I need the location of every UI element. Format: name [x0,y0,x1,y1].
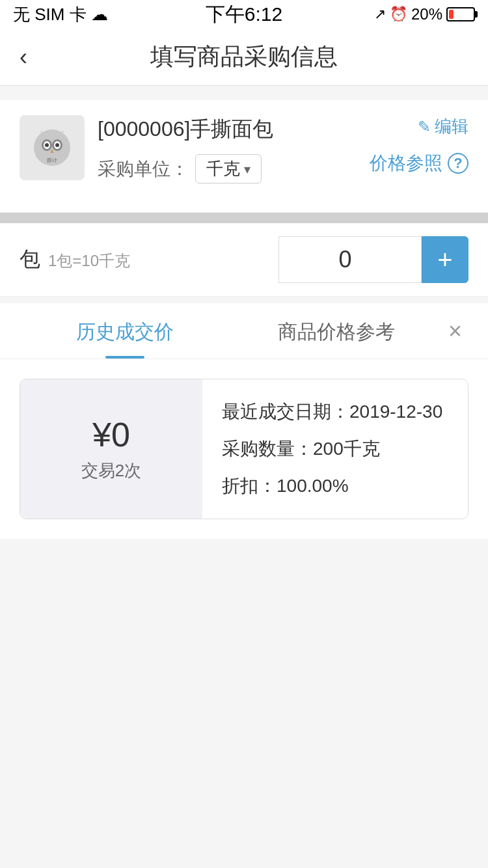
tab-close-button[interactable]: × [442,311,468,351]
status-right: ↗ ⏰ 20% [374,5,475,23]
unit-selector[interactable]: 千克 ▾ [195,154,262,183]
quantity-section: 包 1包=10千克 + [0,223,488,297]
product-name: [0000006]手撕面包 [98,115,273,144]
edit-label: 编辑 [435,115,468,138]
back-button[interactable]: ‹ [20,37,40,77]
battery-icon [446,7,475,21]
edit-icon: ✎ [418,118,431,136]
quantity-left: 包 1包=10千克 [20,245,130,274]
recent-date-label: 最近成交日期： [222,401,349,422]
trade-count: 交易2次 [81,459,141,482]
dropdown-arrow-icon: ▾ [244,161,251,177]
product-left: 群计 [0000006]手撕面包 采购单位： 千克 ▾ [20,115,273,183]
product-header: 群计 [0000006]手撕面包 采购单位： 千克 ▾ ✎ [20,115,468,183]
gray-divider [0,213,488,223]
tabs-panel: 历史成交价 商品价格参考 × ¥0 交易2次 最近成交日期：2019-12-30… [0,303,488,539]
discount-value: 100.00% [277,476,349,496]
svg-point-5 [45,143,49,147]
quantity-input[interactable] [278,236,422,283]
card-right: 最近成交日期：2019-12-30 采购数量：200千克 折扣：100.00% [202,379,468,519]
signal-text: 无 SIM 卡 ☁ [13,3,108,26]
unit-label-big: 包 [20,245,40,274]
price-ref-button[interactable]: 价格参照 [370,151,442,176]
price-display: ¥0 [92,415,130,454]
purchase-qty-value: 200千克 [313,439,380,459]
price-ref-row: 价格参照 ? [370,151,468,176]
edit-button[interactable]: ✎ 编辑 [418,115,468,138]
help-icon[interactable]: ? [448,153,468,174]
discount-label: 折扣： [222,476,277,496]
status-time: 下午6:12 [206,1,282,28]
svg-text:群计: 群计 [47,157,57,163]
navigation-icon: ↗ [374,6,386,23]
svg-point-6 [55,143,59,147]
purchase-unit-label: 采购单位： [98,157,189,182]
alarm-icon: ⏰ [390,6,407,23]
status-bar: 无 SIM 卡 ☁ 下午6:12 ↗ ⏰ 20% [0,0,488,29]
quantity-right: + [278,236,468,283]
discount-line: 折扣：100.00% [222,473,448,498]
quantity-plus-button[interactable]: + [422,236,468,283]
unit-sub: 1包=10千克 [48,251,130,271]
owl-logo-icon: 群计 [33,128,72,167]
purchase-qty-label: 采购数量： [222,439,313,459]
tab-price-ref[interactable]: 商品价格参考 [230,303,441,359]
product-section: 群计 [0000006]手撕面包 采购单位： 千克 ▾ ✎ [0,99,488,213]
nav-bar: ‹ 填写商品采购信息 [0,29,488,86]
purchase-qty-line: 采购数量：200千克 [222,436,448,461]
history-card: ¥0 交易2次 最近成交日期：2019-12-30 采购数量：200千克 折扣：… [20,379,468,519]
product-image: 群计 [20,115,85,180]
tab-history-price[interactable]: 历史成交价 [20,303,230,359]
page-background [0,539,488,868]
recent-date-value: 2019-12-30 [349,401,442,422]
recent-date-line: 最近成交日期：2019-12-30 [222,399,448,424]
product-info: [0000006]手撕面包 采购单位： 千克 ▾ [98,115,273,183]
tabs-header: 历史成交价 商品价格参考 × [0,303,488,359]
purchase-unit-row: 采购单位： 千克 ▾ [98,154,273,183]
history-content: ¥0 交易2次 最近成交日期：2019-12-30 采购数量：200千克 折扣：… [0,359,488,539]
status-left: 无 SIM 卡 ☁ [13,3,108,26]
battery-percent: 20% [411,5,442,23]
page-title: 填写商品采购信息 [150,41,338,73]
card-left: ¥0 交易2次 [20,379,202,519]
unit-value: 千克 [206,157,240,180]
